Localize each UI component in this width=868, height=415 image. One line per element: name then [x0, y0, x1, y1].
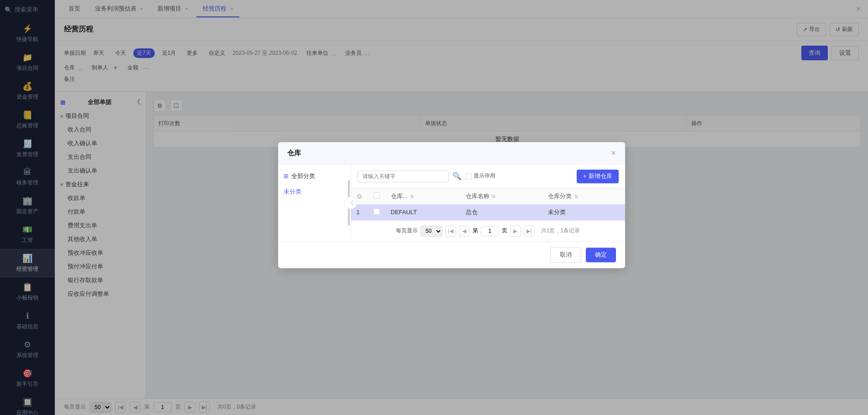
- dialog-tree: ⊞ 全部分类 未分类 《: [278, 165, 351, 241]
- col-warehouse-name[interactable]: 仓库名称 ⇅: [460, 188, 542, 204]
- dialog-table-row-1[interactable]: 1 DEFAULT 总仓 未分: [351, 204, 625, 220]
- tree-item-uncategorized[interactable]: 未分类: [278, 184, 351, 200]
- dialog-page-input[interactable]: [481, 226, 499, 236]
- dialog-page-suffix: 页: [502, 227, 507, 235]
- dialog-body: ⊞ 全部分类 未分类 《 🔍 显示停用: [278, 165, 625, 241]
- dialog-pagination: 每页显示 50 |◀ ◀ 第 页 ▶ ▶| 共1页，1条记录: [351, 221, 625, 241]
- show-disabled-label: 显示停用: [473, 172, 495, 180]
- sort-cat-icon: ⇅: [574, 194, 578, 199]
- show-disabled-wrap: 显示停用: [465, 172, 495, 180]
- add-warehouse-label: 新增仓库: [589, 172, 612, 180]
- col-warehouse-category[interactable]: 仓库分类 ⇅: [542, 188, 625, 204]
- tree-collapse-btn[interactable]: 《: [344, 196, 357, 209]
- dialog-table: ⚙ 仓库... ⇅ 仓库名称 ⇅: [351, 188, 625, 221]
- dialog-footer: 取消 确定: [278, 241, 625, 268]
- col-gear-icon[interactable]: ⚙: [357, 193, 363, 200]
- select-all-checkbox[interactable]: [374, 192, 380, 199]
- dialog-table-wrap: ⚙ 仓库... ⇅ 仓库名称 ⇅: [351, 188, 625, 221]
- col-warehouse-code[interactable]: 仓库... ⇅: [385, 188, 460, 204]
- sort-name-icon: ⇅: [492, 194, 495, 199]
- dialog-title: 仓库: [287, 149, 301, 158]
- row-1-category: 未分类: [542, 204, 625, 220]
- dialog-right: 🔍 显示停用 + 新增仓库 ⚙: [351, 165, 625, 241]
- sort-code-icon: ⇅: [410, 194, 414, 199]
- dialog-per-page-select[interactable]: 50: [421, 226, 442, 236]
- tree-item-all-category[interactable]: ⊞ 全部分类: [278, 168, 351, 184]
- warehouse-dialog: 仓库 × ⊞ 全部分类 未分类 《 🔍: [278, 142, 625, 268]
- search-wrap: 🔍 显示停用: [358, 170, 495, 182]
- dialog-search-input[interactable]: [358, 170, 449, 182]
- add-warehouse-button[interactable]: + 新增仓库: [577, 169, 619, 183]
- dialog-last-page-btn[interactable]: ▶|: [524, 226, 535, 236]
- row-1-checkbox[interactable]: [368, 204, 385, 220]
- dialog-toolbar: 🔍 显示停用 + 新增仓库: [351, 165, 625, 188]
- col-select-all: [368, 188, 385, 204]
- all-category-label: 全部分类: [291, 172, 315, 180]
- show-disabled-checkbox[interactable]: [465, 173, 472, 179]
- dialog-search-btn[interactable]: 🔍: [452, 172, 462, 180]
- dialog-total-info: 共1页，1条记录: [541, 227, 580, 235]
- dialog-close-btn[interactable]: ×: [611, 148, 616, 158]
- dialog-page-label: 第: [473, 227, 478, 235]
- dialog-prev-page-btn[interactable]: ◀: [459, 226, 470, 236]
- all-category-icon: ⊞: [284, 173, 289, 179]
- dialog-per-page-label: 每页显示: [396, 227, 418, 235]
- dialog-first-page-btn[interactable]: |◀: [445, 226, 456, 236]
- uncategorized-label: 未分类: [284, 188, 301, 196]
- row-1-code: DEFAULT: [385, 204, 460, 220]
- row-1-name: 总仓: [460, 204, 542, 220]
- add-icon: +: [583, 173, 587, 179]
- row-1-select-checkbox[interactable]: [374, 208, 380, 215]
- dialog-header: 仓库 ×: [278, 142, 625, 165]
- dialog-cancel-button[interactable]: 取消: [550, 247, 581, 263]
- dialog-next-page-btn[interactable]: ▶: [510, 226, 521, 236]
- dialog-confirm-button[interactable]: 确定: [586, 247, 616, 262]
